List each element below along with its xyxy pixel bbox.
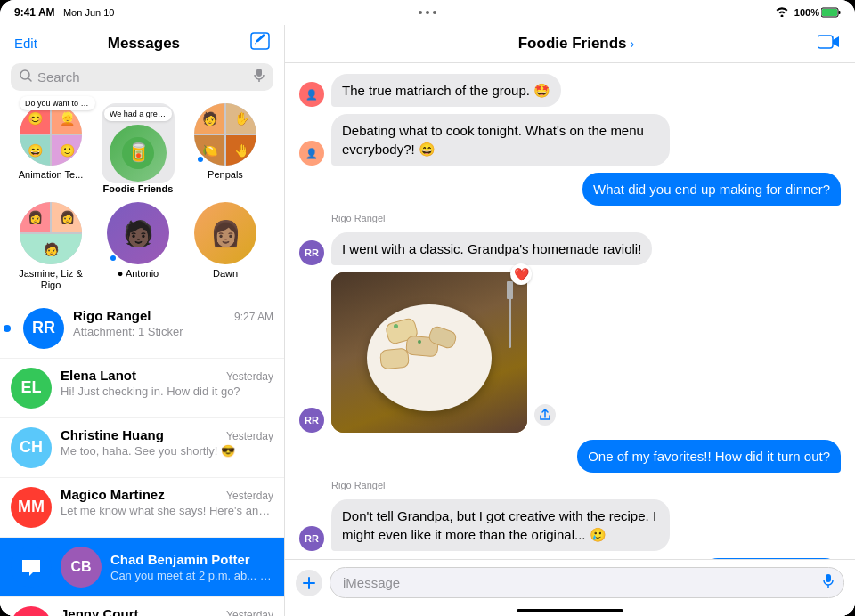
chat-chevron-icon: › [631,36,635,51]
pinned-foodie-friends[interactable]: We had a great time. Home with... 🥫 Food… [98,103,178,195]
msg-avatar-image: RR [299,408,324,433]
elena-avatar: EL [11,368,52,409]
msg-bubble-5: One of my favorites!! How did it turn ou… [577,440,841,473]
status-time: 9:41 AM Mon Jun 10 [14,6,114,19]
chat-title-wrap[interactable]: Foodie Friends › [518,35,635,53]
msg-bubble-6: Don't tell Grandpa, but I got creative w… [331,499,670,551]
svg-rect-13 [826,574,831,582]
pinned-animation-team[interactable]: Do you want to review all the rend... 😊 … [11,103,91,195]
pinned-section: Do you want to review all the rend... 😊 … [0,96,284,299]
input-add-button[interactable] [296,570,322,596]
pinned-foodie-avatar: 🥫 [110,125,167,182]
conv-magico-martinez[interactable]: MM Magico Martinez Yesterday Let me know… [0,478,284,538]
rigo-name: Rigo Rangel [73,308,151,323]
pinned-animation-team-avatar: Do you want to review all the rend... 😊 … [20,103,82,166]
chat-header: Foodie Friends › [285,25,855,63]
pinned-dawn[interactable]: 👩🏽 Dawn [185,202,265,291]
conv-christine-huang[interactable]: CH Christine Huang Yesterday Me too, hah… [0,418,284,478]
msg-sender-rigo-2: Rigo Rangel [331,480,841,490]
search-mic-icon[interactable] [254,69,265,85]
sidebar: Edit Messages Search [0,25,285,616]
input-mic-icon[interactable] [823,574,834,592]
conv-jenny-court[interactable]: JC Jenny Court Yesterday Can't wait to s… [0,597,284,616]
jenny-content: Jenny Court Yesterday Can't wait to see … [61,606,273,616]
conv-chad-benjamin-potter[interactable]: CB Chad Benjamin Potter Can you meet at … [0,538,284,597]
msg-bubble-7: What's your secret? [702,558,841,559]
search-icon [20,69,32,85]
edit-button[interactable]: Edit [14,36,37,51]
pinned-persons-row: 👩 👩 🧑 Jasmine, Liz & Rigo 🧑🏿 [11,202,273,291]
jenny-name: Jenny Court [61,606,139,616]
jenny-avatar: JC [11,606,52,616]
svg-rect-10 [818,36,833,48]
conversation-list: RR Rigo Rangel 9:27 AM Attachment: 1 Sti… [0,299,284,616]
svg-rect-3 [251,33,269,49]
video-call-icon[interactable] [818,34,841,53]
pinned-penpals-avatar-wrap: 🧑 ✋ 🍋 🤚 [194,103,256,166]
pinned-groups-row: Do you want to review all the rend... 😊 … [11,103,273,195]
msg-row-5: One of my favorites!! How did it turn ou… [299,440,841,473]
msg-avatar-6: RR [299,526,324,551]
pinned-jasmine-liz-rigo[interactable]: 👩 👩 🧑 Jasmine, Liz & Rigo [11,202,91,291]
christine-content: Christine Huang Yesterday Me too, haha. … [61,427,273,458]
pinned-foodie-label: Foodie Friends [103,183,174,195]
magico-avatar: MM [11,487,52,528]
elena-name: Elena Lanot [61,368,136,383]
msg-row-3: What did you end up making for dinner? [299,173,841,206]
chad-name: Chad Benjamin Potter [110,552,250,567]
msg-row-6: RR Don't tell Grandpa, but I got creativ… [299,499,841,551]
compose-button[interactable] [250,32,270,54]
status-center-dots [419,11,436,14]
pinned-antonio-avatar-wrap: 🧑🏿 [107,202,169,264]
search-placeholder: Search [37,69,248,85]
rigo-content: Rigo Rangel 9:27 AM Attachment: 1 Sticke… [73,308,273,338]
pinned-jasmine-grid: 👩 👩 🧑 [20,202,82,264]
conv-elena-lanot[interactable]: EL Elena Lanot Yesterday Hi! Just checki… [0,359,284,418]
chad-content: Chad Benjamin Potter Can you meet at 2 p… [110,552,273,582]
search-bar[interactable]: Search [11,63,273,91]
msg-row-4: RR I went with a classic. Grandpa's home… [299,232,841,265]
christine-name: Christine Huang [61,427,164,442]
battery-icon: 100% [794,7,841,18]
conv-rigo-rangel[interactable]: RR Rigo Rangel 9:27 AM Attachment: 1 Sti… [0,299,284,359]
msg-sender-rigo-1: Rigo Rangel [331,213,841,223]
heart-reaction: ❤️ [510,263,532,285]
svg-rect-6 [256,69,262,77]
pinned-penpals-label: Penpals [208,169,243,181]
magico-preview: Let me know what she says! Here's anothe… [61,504,273,517]
input-field[interactable]: iMessage [330,567,844,598]
christine-time: Yesterday [226,430,273,442]
msg-bubble-3: What did you end up making for dinner? [582,173,841,206]
msg-row-1: 👤 The true matriarch of the group. 🤩 [299,74,841,107]
pinned-antonio[interactable]: 🧑🏿 ● Antonio [98,202,178,291]
svg-rect-1 [822,9,837,16]
status-bar: 9:41 AM Mon Jun 10 100% [0,0,855,25]
share-button[interactable] [534,404,556,426]
pinned-dawn-avatar: 👩🏽 [194,202,256,264]
svg-line-5 [28,78,31,81]
input-field-wrap[interactable]: iMessage [330,567,844,598]
antonio-unread-dot [109,254,118,263]
wifi-icon [775,6,789,19]
magico-content: Magico Martinez Yesterday Let me know wh… [61,487,273,517]
msg-avatar-1: 👤 [299,82,324,107]
time-display: 9:41 AM [14,6,55,19]
pinned-jasmine-avatar-wrap: 👩 👩 🧑 [20,202,82,264]
rigo-unread-dot [4,325,11,332]
pinned-animation-team-grid: 😊 👱 😄 🙂 [20,103,82,166]
elena-preview: Hi! Just checking in. How did it go? [61,385,273,398]
jenny-time: Yesterday [226,609,273,616]
pinned-dawn-avatar-wrap: 👩🏽 [194,202,256,264]
rigo-preview: Attachment: 1 Sticker [73,325,273,338]
penpals-unread-dot [196,155,205,164]
sidebar-title: Messages [37,35,250,53]
msg-row-2: 👤 Debating what to cook tonight. What's … [299,114,841,166]
sidebar-header: Edit Messages [0,25,284,58]
active-conv-icon [11,547,52,588]
pinned-animation-team-preview: Do you want to review all the rend... [20,96,95,110]
elena-time: Yesterday [226,370,273,383]
pinned-penpals[interactable]: 🧑 ✋ 🍋 🤚 Penpals [185,103,265,195]
magico-time: Yesterday [226,490,273,502]
msg-bubble-1: The true matriarch of the group. 🤩 [331,74,561,107]
rigo-time: 9:27 AM [234,311,273,323]
